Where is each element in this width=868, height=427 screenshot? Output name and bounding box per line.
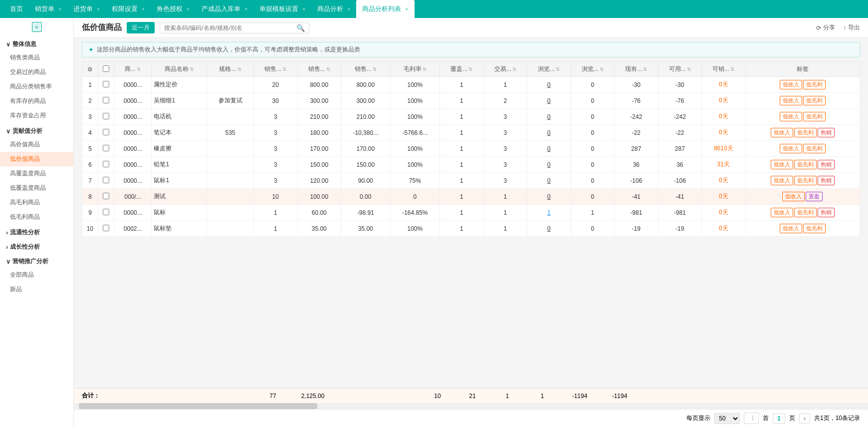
row-tags: 低收入低毛利热销 (745, 173, 860, 189)
browse-link[interactable]: 0 (547, 225, 551, 232)
sidebar-item-low-margin[interactable]: 低毛利商品 (0, 210, 73, 224)
row-coverage: 1 (440, 157, 483, 173)
row-browse1[interactable]: 0 (527, 189, 571, 205)
row-browse1[interactable]: 0 (527, 173, 571, 189)
row-code: 0000... (114, 141, 152, 157)
nav-purchase-order[interactable]: 进货单 × (67, 0, 106, 18)
page-size-select[interactable]: 50 100 200 (714, 413, 740, 424)
horizontal-scrollbar[interactable] (74, 403, 868, 409)
browse-link[interactable]: 0 (547, 193, 551, 200)
close-icon[interactable]: × (58, 6, 61, 12)
nav-sales-order[interactable]: 销货单 × (29, 0, 67, 18)
current-page-input[interactable]: 1 (773, 414, 785, 424)
browse-link[interactable]: 1 (547, 209, 551, 216)
col-settings[interactable]: ⚙ (82, 62, 98, 77)
row-available: 287 (658, 141, 701, 157)
sidebar-item-low-value[interactable]: 低价值商品 (0, 152, 73, 166)
tag-badge: 低毛利 (794, 160, 817, 169)
row-num: 9 (82, 205, 98, 221)
nav-product-analysis-list[interactable]: 商品分析列表 × (356, 0, 414, 18)
sidebar-collapse-btn[interactable]: « (32, 22, 42, 32)
browse-link[interactable]: 0 (547, 161, 551, 168)
browse-link[interactable]: 0 (547, 81, 551, 88)
sidebar-item-sales-goods[interactable]: 销售类商品 (0, 50, 73, 65)
browse-link[interactable]: 0 (547, 113, 551, 120)
row-coverage: 1 (440, 109, 483, 125)
row-select-checkbox[interactable] (103, 145, 109, 151)
nav-permissions[interactable]: 权限设置 × (106, 0, 151, 18)
row-spec (207, 77, 253, 93)
nav-product-analysis[interactable]: 商品分析 × (311, 0, 356, 18)
sidebar-item-stock-goods[interactable]: 有库存的商品 (0, 94, 73, 108)
row-browse1[interactable]: 0 (527, 125, 571, 141)
row-select-checkbox[interactable] (103, 225, 109, 231)
close-icon[interactable]: × (97, 6, 100, 12)
nav-product-storage[interactable]: 产成品入库单 × (196, 0, 253, 18)
row-spec (207, 221, 253, 237)
top-navigation: 首页 销货单 × 进货单 × 权限设置 × 角色授权 × 产成品入库单 × 单据… (0, 0, 868, 18)
row-browse1[interactable]: 0 (527, 141, 571, 157)
close-icon[interactable]: × (347, 6, 350, 12)
row-browse1[interactable]: 1 (527, 205, 571, 221)
row-browse1[interactable]: 0 (527, 109, 571, 125)
select-all-checkbox[interactable] (103, 65, 109, 72)
date-filter-button[interactable]: 近一月 (127, 22, 155, 33)
col-code-header: 商... ⇅ (114, 62, 152, 77)
close-icon[interactable]: × (142, 6, 145, 12)
row-days: 0天 (702, 109, 745, 125)
nav-home[interactable]: 首页 (4, 0, 29, 18)
row-select-checkbox[interactable] (103, 161, 109, 167)
tag-badge: 低收入 (771, 160, 793, 169)
browse-link[interactable]: 0 (547, 129, 551, 136)
next-page-button[interactable]: › (799, 414, 810, 424)
row-select-checkbox[interactable] (103, 177, 109, 183)
sidebar-item-traded-goods[interactable]: 交易过的商品 (0, 65, 73, 79)
table-row: 8 000/... 测试 10 100.00 0.00 0 1 1 0 0 -4… (82, 189, 860, 205)
sidebar-section-title-marketing[interactable]: ∨ 营销推广分析 (0, 253, 73, 268)
nav-role-auth[interactable]: 角色授权 × (151, 0, 196, 18)
row-browse1[interactable]: 0 (527, 93, 571, 109)
sidebar-item-all-goods[interactable]: 全部商品 (0, 268, 73, 282)
sidebar-item-high-coverage[interactable]: 高覆盖度商品 (0, 166, 73, 181)
browse-link[interactable]: 0 (547, 97, 551, 104)
settings-icon[interactable]: ⚙ (87, 66, 93, 73)
sidebar-item-low-coverage[interactable]: 低覆盖度商品 (0, 181, 73, 195)
close-icon[interactable]: × (405, 6, 408, 12)
sidebar-section-title-growth[interactable]: › 成长性分析 (0, 239, 73, 253)
table-container: ⚙ 商... ⇅ 商品名称 ⇅ 规格... ⇅ (74, 61, 868, 388)
row-select-checkbox[interactable] (103, 97, 109, 103)
search-input[interactable] (164, 24, 296, 31)
row-browse1[interactable]: 0 (527, 157, 571, 173)
nav-template-settings[interactable]: 单据模板设置 × (253, 0, 311, 18)
row-select-checkbox[interactable] (103, 209, 109, 215)
tag-badge: 低毛利 (803, 112, 826, 121)
row-browse1[interactable]: 0 (527, 221, 571, 237)
sidebar-item-inventory-funds[interactable]: 库存资金占用 (0, 108, 73, 123)
close-icon[interactable]: × (244, 6, 247, 12)
row-sale3: -10,380... (341, 125, 391, 141)
first-page-button[interactable]: 〈 (744, 413, 759, 424)
tag-badge: 热销 (818, 176, 835, 185)
sidebar-item-high-margin[interactable]: 高毛利商品 (0, 195, 73, 210)
close-icon[interactable]: × (302, 6, 305, 12)
row-select-checkbox[interactable] (103, 81, 109, 87)
row-browse1[interactable]: 0 (527, 77, 571, 93)
sidebar-item-high-value[interactable]: 高价值商品 (0, 137, 73, 152)
row-sale2: 150.00 (297, 157, 341, 173)
row-select-checkbox[interactable] (103, 193, 109, 199)
sort-icon: ⇅ (282, 66, 286, 72)
sidebar-item-category-sales-rate[interactable]: 商品分类销售率 (0, 79, 73, 94)
close-icon[interactable]: × (187, 6, 190, 12)
chevron-down-icon: ∨ (6, 41, 10, 48)
sidebar-section-title-circulation[interactable]: › 流通性分析 (0, 224, 73, 239)
sidebar-item-new-goods[interactable]: 新品 (0, 282, 73, 297)
sidebar-section-title-overall[interactable]: ∨ 整体信息 (0, 36, 73, 50)
row-select-checkbox[interactable] (103, 129, 109, 135)
browse-link[interactable]: 0 (547, 177, 551, 184)
browse-link[interactable]: 0 (547, 145, 551, 152)
row-select-checkbox[interactable] (103, 113, 109, 119)
share-button[interactable]: ⟳ 分享 (816, 23, 835, 32)
search-icon[interactable]: 🔍 (296, 24, 305, 32)
sidebar-section-title-contribution[interactable]: ∨ 贡献值分析 (0, 123, 73, 137)
export-button[interactable]: ↑ 导出 (843, 23, 860, 32)
